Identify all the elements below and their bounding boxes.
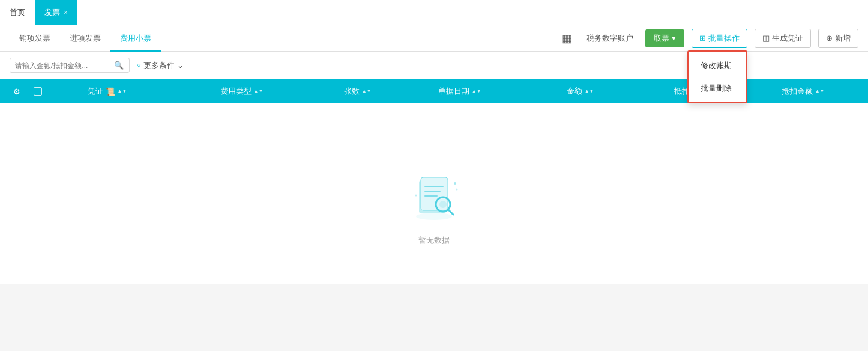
th-amount-sort-icon: ▲▼: [585, 89, 594, 94]
more-conditions-arrow-icon: ⌄: [177, 61, 184, 70]
generate-label: 生成凭证: [772, 33, 803, 44]
more-conditions-label: 更多条件: [143, 60, 175, 71]
nav-home[interactable]: 首页: [0, 0, 35, 25]
th-deduct-label: 抵扣金额: [782, 86, 813, 97]
svg-point-7: [439, 201, 447, 208]
th-deduct[interactable]: 抵扣金额 ▲▼: [743, 86, 863, 97]
th-cert-sort-icon: ▲▼: [118, 89, 127, 94]
tab-close-icon[interactable]: ×: [64, 0, 68, 25]
tab-purchase[interactable]: 进项发票: [60, 25, 110, 52]
new-plus-icon: ⊕: [826, 34, 833, 43]
th-count-label: 张数: [344, 86, 360, 97]
svg-point-0: [416, 213, 452, 220]
th-deduct-sort-icon: ▲▼: [815, 89, 825, 94]
empty-text: 暂无数据: [418, 235, 450, 246]
th-count[interactable]: 张数 ▲▼: [316, 86, 399, 97]
search-button[interactable]: 🔍: [114, 61, 124, 70]
th-amount-label: 金额: [567, 86, 582, 97]
batch-dropdown-menu: 修改账期 批量删除: [687, 50, 747, 103]
batch-label: 批量操作: [708, 33, 740, 44]
th-cert-label: 凭证: [88, 86, 103, 97]
th-type-label: 费用类型: [220, 86, 252, 97]
dropdown-item-batch-delete[interactable]: 批量删除: [689, 77, 746, 100]
search-wrap: 🔍: [10, 58, 130, 73]
svg-point-10: [456, 189, 458, 191]
th-amount[interactable]: 金额 ▲▼: [520, 86, 640, 97]
th-date[interactable]: 单据日期 ▲▼: [399, 86, 520, 97]
empty-state: 暂无数据: [0, 103, 868, 284]
tab-expense[interactable]: 费用小票: [110, 25, 161, 52]
new-label: 新增: [835, 33, 851, 44]
generate-voucher-button[interactable]: ◫ 生成凭证: [755, 29, 811, 48]
top-nav: 首页 发票 ×: [0, 0, 868, 25]
qupiao-label: 取票: [654, 33, 669, 44]
filter-icon: ▿: [137, 61, 141, 70]
svg-point-9: [454, 182, 456, 185]
qupiao-button[interactable]: 取票 ▾: [645, 29, 684, 47]
svg-line-8: [448, 210, 453, 215]
tab-label: 发票: [44, 0, 60, 25]
th-date-label: 单据日期: [438, 86, 469, 97]
batch-grid-icon: ⊞: [699, 34, 706, 43]
th-count-sort-icon: ▲▼: [362, 89, 372, 94]
nav-tab-fapiao[interactable]: 发票 ×: [35, 0, 77, 25]
empty-illustration: [404, 165, 464, 225]
tax-account-button[interactable]: 税务数字账户: [582, 31, 638, 46]
generate-icon: ◫: [762, 34, 770, 43]
settings-icon: ⚙: [13, 87, 20, 96]
search-input[interactable]: [15, 61, 114, 70]
svg-point-11: [415, 195, 417, 197]
sub-nav-actions: ▦ 税务数字账户 取票 ▾ ⊞ 批量操作 修改账期 批量删除 ◫ 生成凭证 ⊕ …: [559, 29, 858, 48]
more-conditions-button[interactable]: ▿ 更多条件 ⌄: [137, 60, 184, 71]
select-all-checkbox[interactable]: [34, 87, 42, 96]
tab-sales[interactable]: 销项发票: [10, 25, 60, 52]
sub-nav: 销项发票 进项发票 费用小票 ▦ 税务数字账户 取票 ▾ ⊞ 批量操作 修改账期…: [0, 25, 868, 52]
th-date-sort-icon: ▲▼: [472, 89, 481, 94]
qr-button[interactable]: ▦: [559, 29, 574, 47]
search-icon: 🔍: [114, 61, 124, 70]
sub-nav-tabs: 销项发票 进项发票 费用小票: [10, 25, 161, 52]
th-cert[interactable]: 凭证 📜 ▲▼: [47, 86, 167, 97]
dropdown-item-modify-period[interactable]: 修改账期: [689, 54, 746, 77]
th-checkbox[interactable]: [29, 87, 47, 96]
qupiao-arrow-icon: ▾: [672, 34, 676, 43]
batch-button[interactable]: ⊞ 批量操作: [692, 29, 747, 48]
batch-btn-wrapper: ⊞ 批量操作 修改账期 批量删除: [692, 29, 747, 48]
th-type[interactable]: 费用类型 ▲▼: [167, 86, 316, 97]
new-button[interactable]: ⊕ 新增: [818, 29, 858, 48]
th-settings[interactable]: ⚙: [5, 87, 29, 96]
qr-icon: ▦: [562, 32, 572, 44]
th-type-sort-icon: ▲▼: [254, 89, 264, 94]
th-cert-icon: 📜: [106, 87, 115, 96]
